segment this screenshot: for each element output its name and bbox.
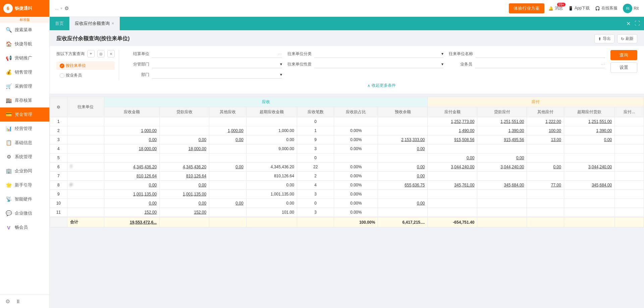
row-other-receivable[interactable] <box>209 208 246 217</box>
row-loan-payable[interactable]: 0.00 <box>477 153 527 163</box>
row-prepaid-balance[interactable]: 0.00 <box>378 199 428 208</box>
row-receivable-amount[interactable]: 1,000.00 <box>104 126 160 135</box>
row-loan-receivable[interactable]: 4,345,436.20 <box>160 163 209 172</box>
sidebar-item-operation[interactable]: 📊 经营管理 <box>0 122 49 136</box>
supervise-dept-select[interactable]: ▾ <box>152 60 282 68</box>
fullscreen-icon[interactable]: ⛶ <box>635 20 640 27</box>
row-payable-amount[interactable]: 345,761.00 <box>428 181 477 190</box>
row-receivable-amount[interactable]: 4,345,436.20 <box>104 163 160 172</box>
row-loan-payable[interactable]: 345,684.00 <box>477 181 527 190</box>
row-other-payable[interactable] <box>527 208 564 217</box>
footer-receivable-amount[interactable]: 19,553,472,6... <box>104 217 160 227</box>
row-loan-receivable[interactable]: 810,126.64 <box>160 172 209 181</box>
online-service-btn[interactable]: 🎧 在线客服 <box>595 5 618 11</box>
row-other-receivable[interactable] <box>209 190 246 199</box>
filter-by-partner[interactable]: ✓ 按往来单位 <box>56 61 115 70</box>
sidebar-item-basic-info[interactable]: 📋 基础信息 <box>0 136 49 150</box>
row-loan-payable[interactable]: 915,495.56 <box>477 135 527 144</box>
row-overdue-payable[interactable] <box>564 190 614 199</box>
partner-name-input[interactable] <box>476 50 605 58</box>
setting-button[interactable]: 设置 <box>610 62 637 73</box>
row-other-payable[interactable]: 77.00 <box>527 181 564 190</box>
collapse-more-btn[interactable]: ∧ 收起更多条件 <box>126 81 637 90</box>
row-other-payable[interactable] <box>527 172 564 181</box>
sidebar-item-guide[interactable]: 🌟 新手引导 <box>0 178 49 192</box>
sidebar-item-member[interactable]: V 畅会员 <box>0 220 49 234</box>
settings-bottom-icon[interactable]: ⚙ <box>5 298 10 305</box>
tab-receivable-query[interactable]: 应收应付余额查询 × <box>69 17 120 30</box>
partner-category-select[interactable]: ▾ <box>314 50 444 58</box>
row-other-receivable[interactable]: 1,000.00 <box>209 126 246 135</box>
row-payable-amount[interactable] <box>428 208 477 217</box>
salesperson-input[interactable]: ··· <box>475 60 605 68</box>
row-loan-payable[interactable] <box>477 208 527 217</box>
row-prepaid-balance[interactable]: 0.00 <box>378 172 428 181</box>
sidebar-item-enterprise[interactable]: 🏢 企业协同 <box>0 164 49 178</box>
row-overdue-payable[interactable] <box>564 153 614 163</box>
row-other-receivable[interactable]: 0.00 <box>209 199 246 208</box>
row-loan-receivable[interactable]: 0.00 <box>160 199 209 208</box>
row-receivable-amount[interactable]: 0.00 <box>104 135 160 144</box>
row-payable-amount[interactable] <box>428 199 477 208</box>
row-other-receivable[interactable] <box>209 172 246 181</box>
row-prepaid-balance[interactable] <box>378 190 428 199</box>
sidebar-item-finance[interactable]: 💳 资金管理 <box>0 107 49 122</box>
row-other-payable[interactable] <box>527 153 564 163</box>
filter-collapse-btn[interactable]: « <box>107 50 115 57</box>
settings-col-header[interactable]: ⚙ <box>50 97 67 117</box>
row-overdue-payable[interactable]: 1,251,551.00 <box>564 117 614 126</box>
row-other-payable[interactable] <box>527 190 564 199</box>
filter-target-icon[interactable]: ◎ <box>97 50 105 57</box>
row-other-receivable[interactable] <box>209 117 246 126</box>
row-receivable-amount[interactable]: 18,000.00 <box>104 144 160 153</box>
row-payable-amount[interactable]: 0.00 <box>428 153 477 163</box>
row-loan-receivable[interactable] <box>160 153 209 163</box>
row-loan-receivable[interactable]: 152.00 <box>160 208 209 217</box>
row-other-payable[interactable] <box>527 144 564 153</box>
row-loan-receivable[interactable]: 1,001,135.00 <box>160 190 209 199</box>
row-receivable-amount[interactable]: 810,126.64 <box>104 172 160 181</box>
user-menu[interactable]: Ri Rit <box>623 4 639 13</box>
refresh-button[interactable]: ↻ 刷新 <box>617 34 637 43</box>
row-receivable-amount[interactable] <box>104 153 160 163</box>
collapse-sidebar-icon[interactable]: ⏸ <box>15 299 21 305</box>
sidebar-item-wechat[interactable]: 💬 企业微信 <box>0 206 49 220</box>
app-download-btn[interactable]: 📱 App下载 <box>568 5 590 11</box>
add-filter-btn[interactable]: + <box>87 50 95 57</box>
row-other-payable[interactable]: 13.00 <box>527 135 564 144</box>
row-loan-payable[interactable] <box>477 199 527 208</box>
partner-nature-select[interactable]: ▾ <box>314 60 444 68</box>
tab-close-icon[interactable]: × <box>112 21 114 26</box>
row-payable-amount[interactable] <box>428 172 477 181</box>
row-loan-payable[interactable] <box>477 190 527 199</box>
row-prepaid-balance[interactable]: 0.00 <box>378 163 428 172</box>
row-loan-payable[interactable] <box>477 144 527 153</box>
row-loan-payable[interactable] <box>477 172 527 181</box>
row-loan-receivable[interactable]: 0.00 <box>160 181 209 190</box>
row-receivable-amount[interactable]: 0.00 <box>104 181 160 190</box>
row-payable-amount[interactable] <box>428 144 477 153</box>
row-overdue-payable[interactable] <box>564 172 614 181</box>
row-receivable-amount[interactable]: 1,001,135.00 <box>104 190 160 199</box>
notifications-btn[interactable]: 🔔 消息 99+ <box>548 5 563 11</box>
row-payable-amount[interactable]: 915,508.56 <box>428 135 477 144</box>
row-receivable-amount[interactable]: 152.00 <box>104 208 160 217</box>
row-loan-payable[interactable]: 1,251,551.00 <box>477 117 527 126</box>
sidebar-item-hardware[interactable]: 📡 智能硬件 <box>0 192 49 206</box>
row-other-payable[interactable]: 1,222.00 <box>527 117 564 126</box>
row-prepaid-balance[interactable] <box>378 208 428 217</box>
sidebar-item-sales[interactable]: 💰 销售管理 <box>0 65 49 79</box>
tab-home[interactable]: 首页 <box>50 17 69 30</box>
row-prepaid-balance[interactable]: 655,636.75 <box>378 181 428 190</box>
close-window-icon[interactable]: ✕ <box>626 20 631 27</box>
row-loan-receivable[interactable]: 0.00 <box>160 135 209 144</box>
row-other-payable[interactable]: 100.00 <box>527 126 564 135</box>
sidebar-item-search-menu[interactable]: 🔍 搜索菜单 <box>0 23 49 37</box>
sidebar-item-quick-nav[interactable]: 🏠 快捷导航 <box>0 37 49 51</box>
sidebar-item-purchase[interactable]: 🛒 采购管理 <box>0 79 49 93</box>
sidebar-item-inventory[interactable]: 🏬 库存核算 <box>0 93 49 107</box>
row-other-receivable[interactable] <box>209 153 246 163</box>
row-overdue-payable[interactable] <box>564 199 614 208</box>
row-payable-amount[interactable]: 1,490.00 <box>428 126 477 135</box>
row-overdue-payable[interactable]: 345,684.00 <box>564 181 614 190</box>
